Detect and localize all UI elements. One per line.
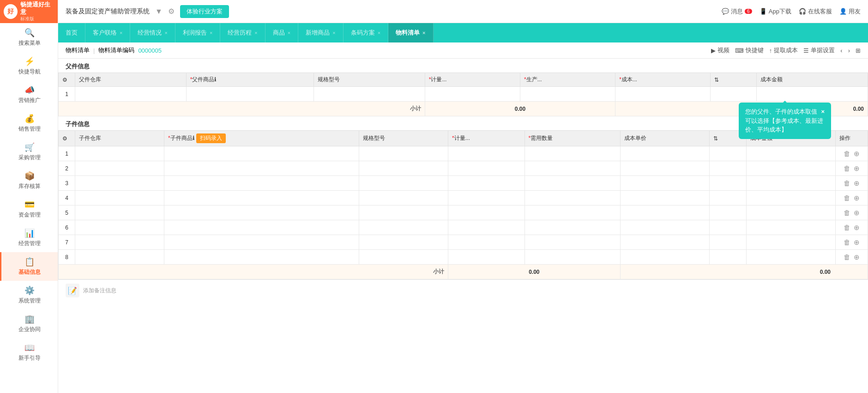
tab-close-8[interactable]: ×	[422, 30, 425, 36]
sidebar-item-快捷导航[interactable]: ⚡ 快捷导航	[0, 52, 58, 80]
tab-经营情况[interactable]: 经营情况 ×	[130, 23, 175, 42]
tab-close-2[interactable]: ×	[164, 30, 167, 36]
delete-icon[interactable]: 🗑	[844, 224, 850, 231]
delete-icon[interactable]: 🗑	[844, 194, 850, 202]
sidebar-item-营销推广[interactable]: 📣 营销推广	[0, 80, 58, 109]
child-qty-cell[interactable]	[524, 161, 620, 176]
expand-button[interactable]: ⊞	[856, 47, 861, 54]
delete-icon[interactable]: 🗑	[844, 164, 850, 172]
parent-unit-cell[interactable]	[425, 87, 520, 102]
settings-icon[interactable]: ▼	[155, 7, 163, 16]
child-qty-cell[interactable]	[524, 146, 620, 161]
copy-icon[interactable]: ⊕	[854, 238, 860, 246]
delete-icon[interactable]: 🗑	[844, 179, 850, 187]
tab-首页[interactable]: 首页	[58, 23, 85, 42]
child-qty-cell[interactable]	[524, 206, 620, 220]
child-product-cell[interactable]	[164, 146, 359, 161]
child-qty-cell[interactable]	[524, 220, 620, 235]
child-unit-cell[interactable]	[448, 146, 524, 161]
sidebar-item-系统管理[interactable]: ⚙️ 系统管理	[0, 281, 58, 309]
sidebar-item-搜索菜单[interactable]: 🔍 搜索菜单	[0, 23, 58, 52]
add-note-button[interactable]: 📝	[66, 284, 79, 297]
child-product-cell[interactable]	[164, 220, 359, 235]
child-warehouse-cell[interactable]	[75, 161, 164, 176]
tab-close-6[interactable]: ×	[332, 30, 335, 36]
tab-close-7[interactable]: ×	[378, 30, 380, 36]
scan-button[interactable]: 扫码录入	[196, 133, 226, 143]
tab-经营历程[interactable]: 经营历程 ×	[220, 23, 265, 42]
child-unit-cell[interactable]	[448, 191, 524, 206]
extract-cost-button[interactable]: ↑ 提取成本	[769, 46, 798, 54]
child-product-cell[interactable]	[164, 235, 359, 250]
shortcut-button[interactable]: ⌨ 快捷键	[735, 46, 764, 54]
copy-icon[interactable]: ⊕	[854, 150, 860, 157]
copy-icon[interactable]: ⊕	[854, 194, 860, 202]
child-unit-cost-cell[interactable]	[620, 206, 709, 220]
child-spec-cell[interactable]	[359, 250, 448, 265]
parent-product-cell[interactable]	[186, 87, 313, 102]
tab-close-3[interactable]: ×	[210, 30, 212, 36]
tab-条码方案[interactable]: 条码方案 ×	[344, 23, 388, 42]
delete-icon[interactable]: 🗑	[844, 150, 850, 157]
child-qty-cell[interactable]	[524, 250, 620, 265]
child-spec-cell[interactable]	[359, 191, 448, 206]
child-product-cell[interactable]	[164, 206, 359, 220]
tooltip-close-button[interactable]: ×	[821, 107, 825, 116]
sidebar-item-库存核算[interactable]: 📦 库存核算	[0, 166, 58, 195]
child-unit-cell[interactable]	[448, 220, 524, 235]
nav-prev-button[interactable]: ‹	[840, 47, 842, 54]
child-qty-cell[interactable]	[524, 191, 620, 206]
gear-icon[interactable]: ⚙	[168, 7, 175, 16]
tab-商品[interactable]: 商品 ×	[265, 23, 298, 42]
sidebar-item-销售管理[interactable]: 💰 销售管理	[0, 109, 58, 138]
copy-icon[interactable]: ⊕	[854, 164, 860, 172]
tab-close-5[interactable]: ×	[288, 30, 290, 36]
tab-客户联络[interactable]: 客户联络 ×	[85, 23, 130, 42]
child-warehouse-cell[interactable]	[75, 176, 164, 191]
child-warehouse-cell[interactable]	[75, 191, 164, 206]
child-unit-cost-cell[interactable]	[620, 235, 709, 250]
sidebar-item-采购管理[interactable]: 🛒 采购管理	[0, 138, 58, 166]
child-spec-cell[interactable]	[359, 146, 448, 161]
sidebar-item-企业协同[interactable]: 🏢 企业协同	[0, 309, 58, 338]
tab-close-4[interactable]: ×	[254, 30, 257, 36]
sidebar-item-基础信息[interactable]: 📋 基础信息	[0, 252, 58, 281]
child-spec-cell[interactable]	[359, 235, 448, 250]
child-product-cell[interactable]	[164, 176, 359, 191]
parent-produce-cell[interactable]	[520, 87, 615, 102]
sidebar-item-经营管理[interactable]: 📊 经营管理	[0, 224, 58, 252]
delete-icon[interactable]: 🗑	[844, 238, 850, 246]
online-service-button[interactable]: 🎧 在线客服	[799, 7, 832, 16]
child-qty-cell[interactable]	[524, 176, 620, 191]
child-spec-cell[interactable]	[359, 220, 448, 235]
app-download-button[interactable]: 📱 App下载	[760, 7, 791, 16]
child-product-cell[interactable]	[164, 250, 359, 265]
child-warehouse-cell[interactable]	[75, 220, 164, 235]
delete-icon[interactable]: 🗑	[844, 253, 850, 261]
child-warehouse-cell[interactable]	[75, 235, 164, 250]
copy-icon[interactable]: ⊕	[854, 253, 860, 261]
child-unit-cell[interactable]	[448, 235, 524, 250]
copy-icon[interactable]: ⊕	[854, 224, 860, 231]
child-unit-cell[interactable]	[448, 176, 524, 191]
copy-icon[interactable]: ⊕	[854, 179, 860, 187]
single-setting-button[interactable]: ☰ 单据设置	[803, 46, 835, 54]
messages-button[interactable]: 💬 消息 6	[722, 7, 752, 16]
parent-warehouse-cell[interactable]	[75, 87, 187, 102]
child-unit-cost-cell[interactable]	[620, 250, 709, 265]
nav-next-button[interactable]: ›	[848, 47, 850, 54]
child-warehouse-cell[interactable]	[75, 146, 164, 161]
child-unit-cost-cell[interactable]	[620, 161, 709, 176]
child-unit-cost-cell[interactable]	[620, 146, 709, 161]
child-spec-cell[interactable]	[359, 206, 448, 220]
parent-cost-cell[interactable]	[615, 87, 711, 102]
user-avatar[interactable]: 👤 用友	[839, 7, 861, 16]
child-qty-cell[interactable]	[524, 235, 620, 250]
child-warehouse-cell[interactable]	[75, 206, 164, 220]
tab-物料清单[interactable]: 物料清单 ×	[388, 23, 433, 42]
child-spec-cell[interactable]	[359, 161, 448, 176]
child-product-cell[interactable]	[164, 191, 359, 206]
tab-close-1[interactable]: ×	[120, 30, 122, 36]
trial-button[interactable]: 体验行业方案	[180, 5, 229, 18]
parent-spec-cell[interactable]	[314, 87, 425, 102]
